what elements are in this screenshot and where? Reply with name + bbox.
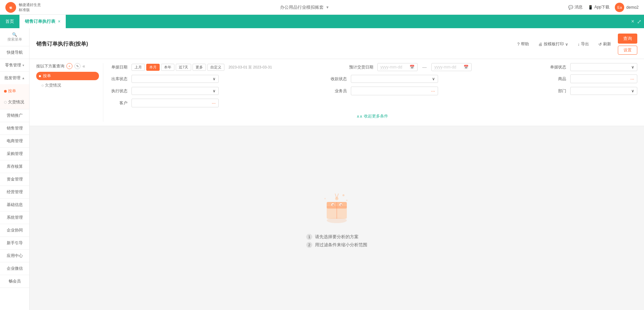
- refresh-btn[interactable]: ↺ 刷新: [596, 40, 614, 48]
- date-btn-custom[interactable]: 自定义: [207, 64, 224, 71]
- salesperson-select[interactable]: ···: [351, 87, 438, 95]
- scheme-header-label: 按以下方案查询: [36, 63, 64, 69]
- sidebar-section-base: 基础信息: [0, 199, 29, 211]
- sidebar-item-ecommerce[interactable]: 电商管理: [0, 135, 29, 147]
- filter-row-1: 单据日期 上月 本月 本年 近7天 更多 自定义 2023-03-01 至 20…: [107, 63, 637, 71]
- scheme-edit-btn[interactable]: ✎: [74, 63, 80, 69]
- scheme-collapse-btn[interactable]: «: [83, 63, 85, 69]
- sidebar-inventory-label: 库存核算: [7, 164, 23, 169]
- date-btn-current-month[interactable]: 本月: [146, 64, 160, 71]
- print-icon: 🖨: [538, 42, 542, 47]
- collect-status-label: 收款状态: [327, 76, 347, 82]
- customer-select[interactable]: ···: [131, 99, 219, 107]
- status-chevron: ∨: [631, 65, 634, 69]
- dept-select[interactable]: ∨: [570, 87, 637, 95]
- expand-icon-retail: ▾: [22, 63, 24, 67]
- sidebar-item-sales[interactable]: 销售管理: [0, 122, 29, 135]
- sidebar-section-sys: 系统管理: [0, 211, 29, 224]
- sidebar-section-enterprise: 企业协同: [0, 224, 29, 237]
- exec-status-select[interactable]: ∨: [131, 87, 219, 95]
- nav-title: 办公用品行业模拟账套: [280, 4, 324, 10]
- step-1-num: 1: [306, 234, 312, 240]
- sidebar-wholesale-label: 批发管理: [4, 75, 20, 81]
- svg-point-9: [332, 204, 334, 206]
- tab-close-icon[interactable]: ×: [58, 19, 60, 24]
- status-select[interactable]: ∨: [570, 63, 637, 71]
- scheme-header: 按以下方案查询 + ✎ «: [36, 63, 99, 69]
- date-btn-7days[interactable]: 近7天: [176, 64, 191, 71]
- out-status-label: 出库状态: [107, 76, 127, 82]
- collapse-up-icon: ∧∧: [357, 114, 363, 119]
- sidebar-ops-label: 经营管理: [7, 189, 23, 195]
- help-icon: ?: [517, 42, 520, 47]
- logo-area: 畅 畅捷通好生意 标准版: [5, 2, 41, 13]
- out-status-select[interactable]: ∨: [131, 75, 219, 83]
- template-print-btn[interactable]: 🖨 按模板打印 ∨: [536, 40, 571, 48]
- page-header: 销售订单执行表(按单) ? 帮助 🖨 按模板打印 ∨ ↓ 导出 ↺ 刷新: [30, 28, 644, 59]
- export-btn[interactable]: ↓ 导出: [575, 40, 592, 48]
- export-icon: ↓: [578, 42, 580, 47]
- date-btn-prev-month[interactable]: 上月: [131, 64, 145, 71]
- sidebar-item-purchase[interactable]: 采购管理: [0, 148, 29, 160]
- message-btn[interactable]: 💬 消息: [568, 4, 583, 10]
- filter-layout: 按以下方案查询 + ✎ « 按单 欠货情况: [36, 63, 637, 122]
- sidebar-retail-label: 零售管理: [5, 62, 21, 68]
- scheme-add-btn[interactable]: +: [66, 63, 72, 69]
- sidebar-item-inventory[interactable]: 库存核算: [0, 160, 29, 173]
- filter-conditions: 单据日期 上月 本月 本年 近7天 更多 自定义 2023-03-01 至 20…: [107, 63, 637, 122]
- sidebar-item-wholesale[interactable]: 批发管理 ▲: [0, 72, 29, 84]
- sidebar-item-retail[interactable]: 零售管理 ▾: [0, 59, 29, 71]
- nav-arrow[interactable]: ▾: [326, 5, 329, 10]
- goods-select[interactable]: ···: [570, 74, 637, 83]
- date-sep: —: [422, 65, 427, 70]
- sidebar-sub-press-order[interactable]: 按单: [0, 86, 29, 97]
- customer-dots[interactable]: ···: [212, 100, 216, 106]
- user-menu[interactable]: Ea demo2: [615, 3, 639, 12]
- refresh-label: 刷新: [603, 41, 611, 47]
- sidebar-search[interactable]: 🔍 搜索菜单: [0, 28, 29, 46]
- sidebar-item-ops[interactable]: 经营管理: [0, 186, 29, 198]
- sidebar-item-base[interactable]: 基础信息: [0, 199, 29, 211]
- svg-point-15: [346, 200, 347, 201]
- query-btn[interactable]: 查询: [618, 34, 637, 44]
- sidebar-sub-owe-goods[interactable]: 欠货情况: [0, 97, 29, 108]
- sidebar: 🔍 搜索菜单 快捷导航 零售管理 ▾ 批发管理 ▲ 按单: [0, 28, 30, 310]
- scheme-item-active[interactable]: 按单: [36, 72, 99, 80]
- sidebar-item-member[interactable]: 畅会员: [0, 275, 29, 288]
- sidebar-section-marketing: 营销推广: [0, 109, 29, 122]
- expected-date-start-placeholder: yyyy-mm-dd: [380, 65, 402, 69]
- template-print-label: 按模板打印: [544, 41, 564, 47]
- goods-dots[interactable]: ···: [630, 76, 634, 82]
- collect-status-select[interactable]: ∨: [351, 75, 438, 83]
- empty-steps: 1 请先选择要分析的方案 2 用过滤条件来缩小分析范围: [306, 234, 367, 248]
- tab-active[interactable]: 销售订单执行表 ×: [19, 15, 66, 28]
- sidebar-item-new-guide[interactable]: 新手引导: [0, 237, 29, 249]
- sidebar-section-sales: 销售管理: [0, 122, 29, 135]
- scheme-sub-item-owe[interactable]: 欠货情况: [42, 82, 99, 89]
- expected-date-start[interactable]: yyyy-mm-dd 📅: [377, 63, 418, 71]
- settings-btn[interactable]: 设置: [618, 46, 637, 55]
- window-close-icon[interactable]: ×: [631, 18, 634, 24]
- sidebar-item-sys[interactable]: 系统管理: [0, 211, 29, 224]
- sidebar-quick-nav[interactable]: 快捷导航: [0, 46, 29, 59]
- window-expand-icon[interactable]: ⤢: [637, 18, 641, 25]
- sidebar-item-enterprise[interactable]: 企业协同: [0, 224, 29, 237]
- sidebar-item-marketing[interactable]: 营销推广: [0, 109, 29, 122]
- app-download-btn[interactable]: 📱 App下载: [588, 4, 609, 10]
- exec-status-label: 执行状态: [107, 88, 127, 94]
- owe-dot: [42, 85, 44, 87]
- expected-date-end[interactable]: yyyy-mm-dd 📅: [431, 63, 472, 71]
- svg-text:畅: 畅: [9, 6, 12, 9]
- date-btn-more[interactable]: 更多: [193, 64, 206, 71]
- empty-svg: [317, 189, 357, 229]
- date-btn-year[interactable]: 本年: [161, 64, 174, 71]
- header-nav[interactable]: 办公用品行业模拟账套 ▾: [280, 4, 329, 10]
- date-label: 单据日期: [107, 64, 127, 70]
- help-btn[interactable]: ? 帮助: [515, 40, 532, 48]
- sidebar-item-finance[interactable]: 资金管理: [0, 173, 29, 186]
- sidebar-item-app[interactable]: 应用中心: [0, 250, 29, 262]
- sidebar-item-wechat[interactable]: 企业微信: [0, 262, 29, 275]
- salesperson-dots[interactable]: ···: [431, 88, 435, 94]
- tab-home[interactable]: 首页: [0, 15, 19, 28]
- collapse-btn[interactable]: ∧∧ 收起更多条件: [107, 111, 637, 122]
